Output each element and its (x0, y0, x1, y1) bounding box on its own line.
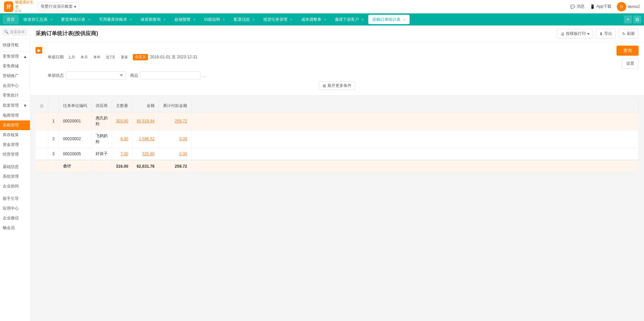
footer-rownum (48, 160, 59, 172)
nav-restore-button[interactable]: ⧉ (633, 15, 641, 23)
sidebar-item-app-center[interactable]: 应用中心 (0, 204, 30, 213)
sidebar-item-operations[interactable]: 经营管理 (0, 150, 30, 159)
sidebar-item-retail-stats[interactable]: 零售统计 (0, 91, 30, 100)
tab-gnsm[interactable]: 功能说明 × (200, 15, 229, 24)
top-right-actions: 💬 消息 📱 App下载 D demo2 (570, 2, 640, 11)
close-tab-kylk[interactable]: × (130, 17, 132, 21)
footer-extra (191, 160, 638, 172)
tab-cchy[interactable]: 超储预警 × (170, 15, 199, 24)
collapse-filter-button[interactable]: ▶ (36, 47, 42, 54)
sidebar-item-enterprise-wechat[interactable]: 企业微信 (0, 213, 30, 223)
sidebar-item-ecommerce[interactable]: 电商管理 (0, 111, 30, 120)
logo-area: 好 畅捷通好生意 标版 (4, 0, 34, 13)
close-tab-cchy[interactable]: × (193, 17, 195, 21)
col-paid: 累计付款金额 (159, 100, 191, 112)
cell-qty-1[interactable]: 303.00 (112, 112, 132, 130)
cell-paid-2[interactable]: 0.00 (159, 130, 191, 148)
printer-icon: 🖨 (560, 32, 565, 36)
app-download-button[interactable]: 📱 App下载 (590, 4, 611, 9)
restore-icon: ⧉ (636, 17, 639, 22)
close-tab-pzxx[interactable]: × (253, 17, 255, 21)
filter-row-1: 单据日期 上月 本月 本年 近7天 更多 自定义 2016-01-01 (48, 46, 639, 69)
cell-amount-3[interactable]: 525.80 (132, 148, 159, 160)
tab-cbtz[interactable]: 成本调整单 × (297, 15, 330, 24)
tab-pzxx[interactable]: 配置信息 × (230, 15, 259, 24)
sidebar-item-enterprise-collab[interactable]: 企业协同 (0, 181, 30, 191)
sidebar-item-purchase-mgmt[interactable]: 采购管理 (0, 120, 30, 130)
footer-label: 合计 (59, 160, 91, 172)
tab-yfhz[interactable]: 要货单统计表 × (57, 15, 94, 24)
sidebar-item-new-guide[interactable]: 新手引导 (0, 194, 30, 204)
cell-paid-3[interactable]: 0.00 (159, 148, 191, 160)
sidebar-search-box[interactable]: 🔍 搜索菜单 (2, 28, 28, 36)
sidebar-item-finance[interactable]: 资金管理 (0, 140, 30, 150)
shortcut-this-year[interactable]: 本年 (91, 54, 103, 60)
expand-filter-row: ⊞ 展开更多条件 (36, 79, 639, 92)
sidebar-item-member-center[interactable]: 会员中心 (0, 81, 30, 91)
sidebar-item-retail-mgmt[interactable]: 零售管理 ▲ (0, 52, 30, 61)
tab-home[interactable]: 首页 (3, 15, 19, 24)
table-footer-row: 合计 316.00 62,631.76 259.72 (36, 160, 639, 172)
message-icon: 💬 (570, 4, 575, 9)
table-body: 1 00020001 惠氏奶粉 303.00 60,519.44 259.72 … (36, 112, 639, 160)
top-bar: 好 畅捷通好生意 标版 母婴行业演示账套 ▾ 💬 消息 📱 App下载 D de… (0, 0, 644, 13)
shortcut-last-month[interactable]: 上月 (66, 54, 77, 60)
custom-badge[interactable]: 自定义 (133, 54, 148, 60)
close-tab-cgddtjb[interactable]: × (403, 17, 405, 21)
expand-filter-button[interactable]: ⊞ 展开更多条件 (319, 82, 355, 90)
sidebar-item-member[interactable]: 畅会员 (0, 223, 30, 233)
message-button[interactable]: 💬 消息 (570, 4, 585, 9)
close-icon: × (627, 17, 629, 22)
sidebar-item-wholesale-mgmt[interactable]: 批发管理 ▼ (0, 101, 30, 110)
footer-paid: 259.72 (159, 160, 191, 172)
table-header: ⚙ 往来单位编码 供应商 主数量 金额 累计付款金额 (36, 100, 639, 112)
close-tab-gnsm[interactable]: × (223, 17, 225, 21)
sidebar-item-marketing[interactable]: 营销推广 (0, 71, 30, 81)
tab-kylk[interactable]: 可用量库存账本 × (95, 15, 136, 24)
sidebar-item-retail-shop[interactable]: 零售商城 (0, 61, 30, 71)
query-button[interactable]: 查询 (616, 46, 639, 56)
tab-cgddtjb[interactable]: 采购订单统计表 × (368, 15, 409, 24)
shortcut-this-month[interactable]: 本月 (78, 54, 90, 60)
sidebar-item-system-mgmt[interactable]: 系统管理 (0, 172, 30, 181)
close-tab-ph-task[interactable]: × (290, 17, 292, 21)
workspace-selector[interactable]: 母婴行业演示账套 ▾ (38, 2, 79, 11)
date-shortcuts: 上月 本月 本年 近7天 更多 自定义 (66, 54, 148, 60)
close-tab-yfhz[interactable]: × (88, 17, 90, 21)
nav-close-button[interactable]: × (624, 15, 632, 23)
template-print-button[interactable]: 🖨 按模板打印 ▾ (557, 29, 593, 39)
goods-input[interactable] (140, 71, 201, 79)
sidebar-item-quick-nav[interactable]: 快捷导航 (0, 40, 30, 50)
cell-settings-2 (36, 130, 48, 148)
cell-amount-1[interactable]: 60,519.44 (132, 112, 159, 130)
close-tab-cbtz[interactable]: × (324, 17, 326, 21)
cell-qty-3[interactable]: 7.00 (112, 148, 132, 160)
close-tab-bqcx[interactable]: × (163, 17, 165, 21)
chevron-down-icon: ▾ (74, 4, 76, 9)
refresh-button[interactable]: ↻ 刷新 (619, 29, 639, 39)
cell-qty-2[interactable]: 6.00 (112, 130, 132, 148)
tab-shfd[interactable]: 收发存汇总表 × (19, 15, 56, 24)
tab-bqcx[interactable]: 保质期查询 × (137, 15, 169, 24)
tab-yqxyyy[interactable]: 邀请下游客户 × (331, 15, 368, 24)
cell-amount-2[interactable]: 1,586.52 (132, 130, 159, 148)
close-tab-yqxyyy[interactable]: × (362, 17, 364, 21)
cell-paid-1[interactable]: 259.72 (159, 112, 191, 130)
sidebar-item-basic-info[interactable]: 基础信息 (0, 162, 30, 172)
sidebar-search-area[interactable]: 🔍 搜索菜单 (0, 25, 30, 39)
user-menu[interactable]: D demo2 (617, 2, 640, 11)
tab-ph-task[interactable]: 拣货任务管理 × (259, 15, 296, 24)
status-select[interactable] (66, 71, 126, 79)
shortcut-7days[interactable]: 近7天 (104, 54, 117, 60)
col-settings[interactable]: ⚙ (36, 100, 48, 112)
close-tab-shfd[interactable]: × (50, 17, 52, 21)
sidebar-item-inventory[interactable]: 库存核算 (0, 130, 30, 140)
nav-tabs-bar: 首页 收发存汇总表 × 要货单统计表 × 可用量库存账本 × 保质期查询 × 超… (0, 13, 644, 25)
export-button[interactable]: ⬇ 导出 (596, 29, 616, 39)
shortcut-more[interactable]: 更多 (119, 54, 130, 60)
settings-icon[interactable]: ⚙ (40, 103, 44, 109)
goods-more-icon[interactable]: … (201, 72, 207, 78)
setting-button[interactable]: 设置 (622, 58, 639, 69)
sidebar-section-retail: 零售管理 ▲ 零售商城 营销推广 会员中心 零售统计 (0, 52, 30, 101)
sidebar-section-wholesale: 批发管理 ▼ (0, 101, 30, 111)
